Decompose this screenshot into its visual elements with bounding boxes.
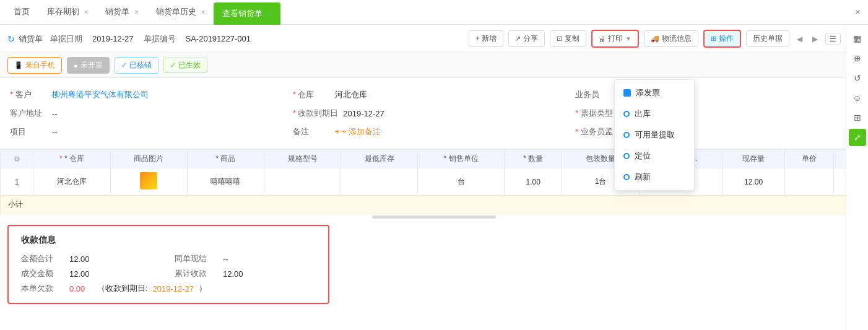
sidebar-link-icon-btn[interactable]: ⊕ (849, 50, 866, 67)
table-section: ⚙ * 仓库 商品图片 * 商品 规格型号 最低库存 * 销售单位 * 数量 包… (0, 149, 868, 220)
col-min-stock: 最低库存 (341, 150, 418, 168)
tab-view-close[interactable]: × (267, 10, 271, 17)
tab-view-sales-order[interactable]: 查看销货单 × (214, 2, 280, 25)
tab-sales-history[interactable]: 销货单历史 × (147, 0, 214, 25)
payment-date-value: 2019-12-27 (343, 109, 384, 118)
current-arrears-row: 本单欠款 0.00 （收款到期日: 2019-12-27 ） (21, 283, 316, 294)
row-spec (264, 168, 341, 196)
tab-sales-history-close[interactable]: × (201, 8, 205, 15)
customer-field: 客户 柳州粤港平安气体有限公司 (10, 85, 293, 104)
col-gear[interactable]: ⚙ (1, 150, 33, 168)
tab-sales-order[interactable]: 销货单 × (97, 0, 147, 25)
effective-badge: ✓ 已生效 (163, 58, 207, 73)
tab-sales-close[interactable]: × (134, 8, 138, 15)
doc-type-label: 销货单 (19, 33, 43, 45)
ticket-type-label: 票据类型 (575, 108, 613, 119)
list-view-button[interactable]: ☰ (825, 33, 841, 45)
cumulative-payment-label: 累计收款 (175, 268, 218, 279)
history-button[interactable]: 历史单据 (746, 30, 789, 47)
sidebar-refresh-icon: ↺ (854, 73, 861, 83)
sidebar-refresh-icon-btn[interactable]: ↺ (849, 69, 866, 87)
confirm-button[interactable]: ✓ 已核销 (115, 57, 158, 74)
nav-prev[interactable]: ◀ (794, 33, 805, 45)
project-field: 项目 -- (10, 123, 293, 141)
tab-home[interactable]: 首页 (5, 0, 38, 25)
share-button[interactable]: ↗ 分享 (508, 30, 545, 47)
tab-bar: 首页 库存期初 × 销货单 × 销货单历史 × 查看销货单 × × (0, 0, 868, 25)
product-image (140, 172, 157, 189)
product-table: ⚙ * 仓库 商品图片 * 商品 规格型号 最低库存 * 销售单位 * 数量 包… (0, 149, 868, 214)
payment-date-label: 收款到期日 (293, 108, 339, 119)
doc-header: ↻ 销货单 单据日期 2019-12-27 单据编号 SA-20191227-0… (0, 25, 868, 53)
row-warehouse: 河北仓库 (33, 168, 110, 196)
sidebar-expand-icon: ⤢ (854, 132, 861, 142)
same-order-label: 同单现结 (175, 253, 218, 264)
address-field: 客户地址 -- (10, 104, 293, 123)
tab-inventory[interactable]: 库存期初 × (38, 0, 97, 25)
sidebar-user-icon-btn[interactable]: ☺ (849, 89, 866, 106)
payment-section: 收款信息 金额合计 12.00 同单现结 -- 成交金额 12.00 累计收款 … (7, 225, 329, 304)
sidebar-expand-icon-btn[interactable]: ⤢ (849, 129, 866, 146)
dropdown-item-refresh[interactable]: 刷新 (615, 167, 694, 188)
dropdown-item-location[interactable]: 定位 (615, 145, 694, 167)
copy-button[interactable]: ⊡ 复制 (550, 30, 586, 47)
row-product: 嘻嘻嘻嘻 (187, 168, 264, 196)
toolbar-right: + 新增 ↗ 分享 ⊡ 复制 🖨 打印 ▼ 🚚 物流信息 ⊞ 操作 (469, 30, 861, 48)
sidebar-user-icon: ☺ (853, 93, 861, 103)
payment-title: 收款信息 (21, 235, 316, 246)
remark-add[interactable]: + + 添加备注 (335, 126, 381, 137)
col-unit: * 销售单位 (418, 150, 504, 168)
transaction-amount-row: 成交金额 12.00 (21, 268, 162, 279)
dropdown-item-add-ticket[interactable]: 添发票 (615, 82, 694, 103)
row-qty: 1.00 (504, 168, 562, 196)
remark-label: 备注 (293, 126, 330, 137)
row-unit: 台 (418, 168, 504, 196)
salesperson-label: 业务员孟 (575, 126, 613, 137)
project-label: 项目 (10, 126, 47, 137)
cumulative-payment-row: 累计收款 12.00 (175, 268, 316, 279)
action-bar: 📱 来自手机 ● 未开票 ✓ 已核销 ✓ 已生效 (0, 53, 868, 78)
doc-type-icon: ↻ (7, 34, 15, 44)
scroll-hint (0, 215, 868, 219)
sidebar-bookmark-icon-btn[interactable]: ⊞ (849, 109, 866, 126)
same-order-row: 同单现结 -- (175, 253, 316, 264)
doc-type-indicator: ↻ 销货单 (7, 33, 43, 45)
new-button[interactable]: + 新增 (469, 30, 503, 47)
sidebar-link-icon: ⊕ (854, 53, 861, 63)
col-spec: 规格型号 (264, 150, 341, 168)
due-date-bracket-close: ） (199, 283, 207, 294)
outbound-icon (623, 111, 630, 117)
col-qty: * 数量 (504, 150, 562, 168)
from-phone-button[interactable]: 📱 来自手机 (7, 57, 62, 74)
row-index: 1 (1, 168, 33, 196)
window-close-button[interactable]: × (855, 7, 861, 18)
logistics-button[interactable]: 🚚 物流信息 (644, 30, 698, 47)
dropdown-item-available-extract[interactable]: 可用量提取 (615, 124, 694, 145)
dropdown-item-outbound[interactable]: 出库 (615, 103, 694, 124)
customer-value[interactable]: 柳州粤港平安气体有限公司 (52, 89, 149, 100)
warehouse-value: 河北仓库 (335, 89, 367, 100)
payment-grid: 金额合计 12.00 同单现结 -- 成交金额 12.00 累计收款 12.00… (21, 253, 316, 294)
row-min-stock (341, 168, 418, 196)
cumulative-payment-value: 12.00 (223, 269, 243, 279)
not-open-ticket-button[interactable]: ● 未开票 (67, 57, 110, 74)
due-date-value: 2019-12-27 (153, 284, 194, 293)
nav-next[interactable]: ▶ (810, 33, 820, 45)
table-header-row: ⚙ * 仓库 商品图片 * 商品 规格型号 最低库存 * 销售单位 * 数量 包… (1, 150, 868, 168)
operation-button[interactable]: ⊞ 操作 (703, 30, 741, 48)
sidebar-table-icon: ▦ (853, 33, 861, 43)
col-stock: 现存量 (723, 150, 785, 168)
sidebar-bookmark-icon: ⊞ (854, 113, 861, 123)
total-amount-value: 12.00 (69, 254, 90, 264)
number-label: 单据编号 (144, 33, 176, 45)
number-value: SA-20191227-001 (186, 34, 251, 43)
operation-dropdown: 添发票 出库 可用量提取 定位 刷新 (614, 79, 695, 191)
tab-inventory-close[interactable]: × (84, 8, 88, 15)
address-label: 客户地址 (10, 108, 47, 119)
horizontal-scrollbar[interactable] (372, 215, 496, 219)
warehouse-label: 仓库 (293, 89, 330, 100)
sidebar-table-icon-btn[interactable]: ▦ (849, 30, 866, 47)
print-button[interactable]: 🖨 打印 ▼ (591, 30, 639, 48)
due-date-text (90, 284, 92, 293)
doc-meta: 单据日期 2019-12-27 单据编号 SA-20191227-001 (50, 33, 251, 45)
